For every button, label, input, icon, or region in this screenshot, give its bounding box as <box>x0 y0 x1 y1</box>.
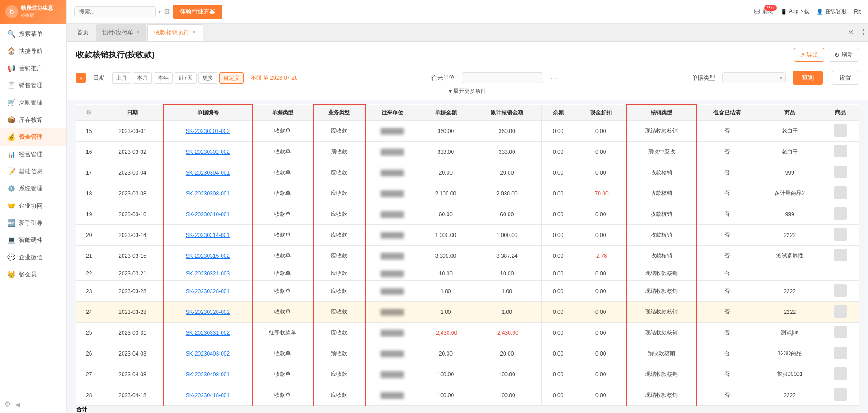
row-bill-no[interactable]: SK-20230302-002 <box>163 142 252 162</box>
tab-prepay-close-icon[interactable]: ✕ <box>136 29 140 35</box>
row-bill-no[interactable]: SK-20230301-002 <box>163 121 252 142</box>
row-cancel-type: 收款核销 <box>627 162 697 183</box>
filter-expand-button[interactable]: » <box>76 73 86 83</box>
export-button[interactable]: ↗ 导出 <box>794 48 824 62</box>
date-btn-custom[interactable]: 自定义 <box>219 72 244 84</box>
bill-no-link[interactable]: SK-20230403-002 <box>186 351 230 357</box>
row-amount: 10.00 <box>419 266 472 281</box>
bill-no-link[interactable]: SK-20230408-001 <box>186 371 230 378</box>
refresh-button[interactable]: ↻ 刷新 <box>829 48 859 62</box>
row-amount: 100.00 <box>419 385 472 406</box>
solution-button[interactable]: 体验行业方案 <box>173 5 222 19</box>
row-bill-no[interactable]: SK-20230308-001 <box>163 183 252 204</box>
chevron-down-icon[interactable]: ▾ <box>158 9 161 15</box>
date-btn-last-month[interactable]: 上月 <box>112 72 131 84</box>
sidebar-item-capital[interactable]: 💰 资金管理 <box>0 128 66 146</box>
sidebar-item-search-menu[interactable]: 🔍 搜索菜单 <box>0 25 66 43</box>
row-cash-discount: 0.00 <box>575 121 627 142</box>
basic-info-icon: 📝 <box>7 167 15 176</box>
online-service-label: 在线客服 <box>825 8 847 15</box>
date-btn-this-year[interactable]: 本年 <box>154 72 173 84</box>
row-amount: 1.00 <box>419 302 472 323</box>
sidebar-item-quick-nav[interactable]: 🏠 快捷导航 <box>0 43 66 60</box>
row-bill-no[interactable]: SK-20230315-002 <box>163 246 252 266</box>
col-settings-header[interactable]: ⚙ <box>76 105 102 121</box>
row-cash-discount: -70.00 <box>575 183 627 204</box>
row-balance: 0.00 <box>542 121 575 142</box>
tab-close-all-icon[interactable]: ✕ <box>848 28 854 37</box>
expand-more-button[interactable]: ▾ 展开更多条件 <box>449 87 486 95</box>
counterparty-filter-input[interactable] <box>462 72 543 83</box>
row-bill-no[interactable]: SK-20230403-002 <box>163 343 252 364</box>
sidebar-item-corp-wx[interactable]: 💬 企业微信 <box>0 249 66 266</box>
date-btn-more[interactable]: 更多 <box>198 72 217 84</box>
sidebar-item-marketing[interactable]: 📢 营销推广 <box>0 60 66 77</box>
main-table: ⚙ 日期 单据编号 单据类型 业务类型 往来单位 单据金额 累计核销金额 余额 … <box>76 104 859 413</box>
row-bill-type: 收款单 <box>252 183 313 204</box>
bill-no-link[interactable]: SK-20230314-001 <box>186 232 230 238</box>
online-service-button[interactable]: 👤 在线客服 <box>816 8 847 15</box>
topbar-gear-icon[interactable]: ⚙ <box>164 7 170 16</box>
tab-receipt-close-icon[interactable]: ✕ <box>192 29 196 35</box>
row-bill-no[interactable]: SK-20230328-001 <box>163 281 252 302</box>
row-balance: 0.00 <box>542 323 575 343</box>
tab-fullscreen-icon[interactable]: ⛶ <box>857 28 864 37</box>
user-name[interactable]: Rit <box>854 9 861 15</box>
tab-home[interactable]: 首页 <box>71 24 95 41</box>
row-bill-no[interactable]: SK-20230418-001 <box>163 385 252 406</box>
date-btn-7days[interactable]: 近7天 <box>175 72 197 84</box>
sidebar-item-label: 快捷导航 <box>19 47 42 55</box>
row-amount: 2,100.00 <box>419 183 472 204</box>
bill-no-link[interactable]: SK-20230418-001 <box>186 392 230 399</box>
tab-prepay-payable[interactable]: 预付/应付单 ✕ <box>96 24 146 41</box>
row-bill-no[interactable]: SK-20230321-003 <box>163 266 252 281</box>
app-download-button[interactable]: 📱 App下载 <box>780 8 809 15</box>
sidebar-item-sales[interactable]: 📋 销售管理 <box>0 77 66 94</box>
sidebar-item-corp-coop[interactable]: 🤝 企业协同 <box>0 197 66 214</box>
row-bill-no[interactable]: SK-20230408-001 <box>163 364 252 385</box>
bill-type-select[interactable] <box>722 72 786 83</box>
row-bill-no[interactable]: SK-20230310-001 <box>163 204 252 225</box>
row-accum-cancel: -2,430.00 <box>472 323 542 343</box>
row-counterparty: ██████ <box>365 385 419 406</box>
row-include-settled: 否 <box>697 121 757 142</box>
setting-button[interactable]: 设置 <box>832 71 859 85</box>
settings-footer-icon[interactable]: ⚙ <box>5 400 11 408</box>
row-counterparty: ██████ <box>365 364 419 385</box>
sidebar-item-member[interactable]: 👑 畅会员 <box>0 266 66 283</box>
row-accum-cancel: 100.00 <box>472 364 542 385</box>
bill-no-link[interactable]: SK-20230308-001 <box>186 190 230 197</box>
bill-no-link[interactable]: SK-20230302-002 <box>186 149 230 155</box>
row-bill-no[interactable]: SK-20230304-001 <box>163 162 252 183</box>
bill-no-link[interactable]: SK-20230328-001 <box>186 288 230 294</box>
bill-no-link[interactable]: SK-20230301-002 <box>186 128 230 134</box>
date-btn-this-month[interactable]: 本月 <box>133 72 152 84</box>
sidebar-item-basic-info[interactable]: 📝 基础信息 <box>0 163 66 180</box>
row-bill-no[interactable]: SK-20230331-002 <box>163 323 252 343</box>
sidebar-item-sys-mgmt[interactable]: ⚙️ 系统管理 <box>0 180 66 197</box>
bill-no-link[interactable]: SK-20230328-002 <box>186 309 230 315</box>
bill-no-link[interactable]: SK-20230310-001 <box>186 211 230 218</box>
tab-receipt-cancel[interactable]: 收款核销执行 ✕ <box>147 24 203 41</box>
row-balance: 0.00 <box>542 225 575 246</box>
topbar-search-input[interactable] <box>74 6 156 17</box>
messages-button[interactable]: 💬 消息 99+ <box>754 8 773 15</box>
query-button[interactable]: 查询 <box>793 71 823 85</box>
collapse-icon[interactable]: ◀ <box>15 401 20 408</box>
col-balance-header: 余额 <box>542 105 575 121</box>
row-date: 2023-03-14 <box>102 225 163 246</box>
sidebar-item-inventory[interactable]: 📦 库存核算 <box>0 111 66 128</box>
row-bill-no[interactable]: SK-20230328-002 <box>163 302 252 323</box>
bill-no-link[interactable]: SK-20230304-001 <box>186 170 230 176</box>
bill-no-link[interactable]: SK-20230315-002 <box>186 253 230 259</box>
corp-icon: 🤝 <box>7 202 15 210</box>
bill-no-link[interactable]: SK-20230321-003 <box>186 271 230 277</box>
guide-icon: 🆕 <box>7 219 15 227</box>
sidebar-item-purchase[interactable]: 🛒 采购管理 <box>0 94 66 111</box>
sidebar-item-guide[interactable]: 🆕 新手引导 <box>0 214 66 232</box>
sidebar-item-operations[interactable]: 📊 经营管理 <box>0 146 66 163</box>
row-bill-no[interactable]: SK-20230314-001 <box>163 225 252 246</box>
bill-no-link[interactable]: SK-20230331-002 <box>186 330 230 336</box>
col-include-settled-header: 包含已结清 <box>697 105 757 121</box>
sidebar-item-smart-hw[interactable]: 💻 智能硬件 <box>0 232 66 249</box>
